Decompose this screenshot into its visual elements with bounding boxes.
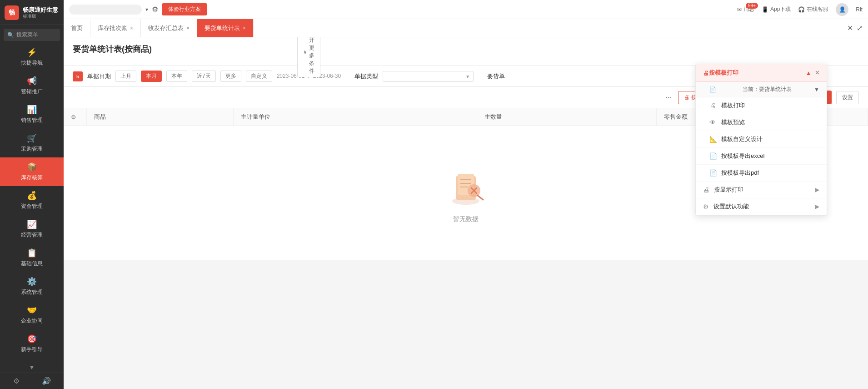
search-label: 搜索菜单 [16, 31, 38, 39]
set-default-label: 设置默认功能 [713, 202, 749, 211]
sidebar-item-marketing[interactable]: 📢 营销推广 [0, 71, 64, 100]
sidebar-item-finance[interactable]: 💰 资金管理 [0, 186, 64, 215]
newbie-icon: 🎯 [27, 334, 37, 344]
type-select[interactable] [383, 71, 474, 82]
tab-receipt-summary[interactable]: 收发存汇总表 × [141, 19, 197, 37]
window-buttons: ✕ ⤢ [842, 24, 868, 32]
col-unit: 主计量单位 [233, 108, 477, 126]
print-icon: 🖨 [684, 94, 689, 101]
date-custom-btn[interactable]: 自定义 [246, 71, 272, 82]
sidebar-item-collab[interactable]: 🤝 企业协同 [0, 301, 64, 329]
settings-btn[interactable]: 设置 [836, 91, 859, 104]
sidebar-scroll-down[interactable]: ▼ [0, 362, 64, 373]
sidebar-settings-btn[interactable]: ⚙ [13, 377, 20, 385]
expand-more-icon: ∨ [303, 49, 307, 55]
purchase-label: 采购管理 [21, 145, 43, 153]
tab-home-label: 首页 [71, 24, 83, 32]
dropdown-current-icon: 📄 [709, 86, 716, 93]
logo-text: 畅康通好生意 标准版 [23, 6, 58, 19]
sidebar-bottom: ⚙ 🔊 [0, 373, 64, 389]
dropdown-header: 🖨 按模板打印 ▲ × [696, 64, 827, 82]
action-more-btn[interactable]: ··· [664, 91, 673, 103]
template-excel-label: 按模板导出excel [721, 152, 764, 160]
sidebar-logo: 畅 畅康通好生意 标准版 [0, 0, 64, 25]
template-preview-label: 模板预览 [721, 118, 745, 126]
tab-receipt-summary-close[interactable]: × [186, 25, 190, 31]
display-print-label: 按显示打印 [714, 186, 743, 194]
dropdown-item-set-default[interactable]: ⚙ 设置默认功能 ▶ [696, 198, 827, 215]
empty-text: 暂无数据 [453, 215, 479, 223]
template-print-label: 模板打印 [721, 101, 745, 110]
template-design-label: 模板自定义设计 [721, 135, 763, 143]
operation-icon: 📈 [27, 219, 37, 229]
col-settings[interactable]: ⚙ [64, 108, 86, 126]
basic-label: 基础信息 [21, 260, 43, 268]
dropdown-current[interactable]: 📄 当前：要货单统计表 ▼ [696, 82, 827, 97]
dropdown-item-template-design[interactable]: 📐 模板自定义设计 [696, 131, 827, 148]
marketing-label: 营销推广 [21, 88, 43, 96]
dropdown-arrow-up: ▲ [806, 70, 812, 76]
dropdown-item-template-print[interactable]: 🖨 模板打印 [696, 97, 827, 114]
sidebar-item-operation[interactable]: 📈 经营管理 [0, 215, 64, 243]
newbie-label: 新手引导 [21, 346, 43, 354]
tab-order-stats[interactable]: 要货单统计表 × [197, 19, 254, 37]
date-current-month-btn[interactable]: 本月 [141, 71, 162, 82]
tab-batch-accounts[interactable]: 库存批次账 × [90, 19, 141, 37]
print-dropdown: 🖨 按模板打印 ▲ × 📄 当前：要货单统计表 ▼ 🖨 模板打印 👁 模板预览 … [695, 64, 827, 216]
topbar-dropdown[interactable]: ▾ [145, 6, 148, 13]
topbar-search-input[interactable] [69, 5, 142, 15]
dropdown-item-template-excel[interactable]: 📄 按模板导出excel [696, 148, 827, 165]
finance-label: 资金管理 [21, 202, 43, 210]
sidebar-item-quick-nav[interactable]: ⚡ 快捷导航 [0, 43, 64, 71]
dropdown-item-template-preview[interactable]: 👁 模板预览 [696, 114, 827, 131]
tab-receipt-summary-label: 收发存汇总表 [148, 24, 184, 32]
date-prev-month-btn[interactable]: 上月 [115, 71, 136, 82]
filter-expand-btn[interactable]: » [73, 71, 83, 81]
template-excel-icon: 📄 [709, 152, 717, 160]
username-label[interactable]: Rit [856, 6, 863, 13]
service-btn[interactable]: 🎧 在线客服 [798, 5, 828, 13]
sidebar-item-sales[interactable]: 📊 销售管理 [0, 100, 64, 129]
tabbar: 首页 库存批次账 × 收发存汇总表 × 要货单统计表 × ✕ ⤢ [64, 19, 868, 37]
user-avatar[interactable]: 👤 [836, 3, 848, 16]
sidebar-item-newbie[interactable]: 🎯 新手引导 [0, 329, 64, 358]
inventory-label: 库存核算 [21, 174, 43, 182]
expand-more-btn[interactable]: ∨ 展开更多条件 [297, 37, 320, 77]
app-download-btn[interactable]: 📱 App下载 [762, 5, 791, 13]
sidebar-item-purchase[interactable]: 🛒 采购管理 [0, 129, 64, 157]
message-icon: ✉ [737, 6, 742, 13]
message-btn[interactable]: ✉ 消息 99+ [737, 5, 754, 13]
date-this-year-btn[interactable]: 本年 [166, 71, 187, 82]
sidebar-search[interactable]: 🔍 搜索菜单 [4, 29, 60, 41]
tab-batch-accounts-close[interactable]: × [130, 25, 133, 31]
window-expand-btn[interactable]: ⤢ [857, 24, 863, 32]
type-select-wrapper: ▼ [383, 71, 474, 82]
tab-order-stats-close[interactable]: × [243, 25, 246, 31]
system-icon: ⚙️ [27, 277, 37, 287]
collab-label: 企业协同 [21, 317, 43, 325]
tab-home[interactable]: 首页 [64, 19, 90, 37]
page-title: 要货单统计表(按商品) [73, 44, 859, 55]
dropdown-item-template-pdf[interactable]: 📄 按模板导出pdf [696, 165, 827, 182]
sidebar-nav: ⚡ 快捷导航 📢 营销推广 📊 销售管理 🛒 采购管理 📦 库存核算 💰 资金管… [0, 43, 64, 362]
window-close-btn[interactable]: ✕ [847, 24, 853, 32]
app-subtitle: 标准版 [23, 14, 58, 19]
message-badge: 99+ [746, 3, 758, 9]
topbar-gear-icon[interactable]: ⚙ [152, 5, 158, 14]
dropdown-item-display-print[interactable]: 🖨 按显示打印 ▶ [696, 182, 827, 198]
purchase-icon: 🛒 [27, 133, 37, 143]
sidebar-item-system[interactable]: ⚙️ 系统管理 [0, 272, 64, 301]
sidebar-item-app-center[interactable]: 📱 应用中心 [0, 358, 64, 362]
tab-batch-accounts-label: 库存批次账 [98, 24, 127, 32]
date-7days-btn[interactable]: 近7天 [192, 71, 216, 82]
table-settings-icon[interactable]: ⚙ [71, 114, 76, 121]
yaohuo-filter-label: 要货单 [487, 72, 505, 81]
date-more-btn[interactable]: 更多 [220, 71, 241, 82]
type-filter-label: 单据类型 [354, 72, 378, 81]
dropdown-close-btn[interactable]: × [815, 69, 819, 77]
sidebar-audio-btn[interactable]: 🔊 [42, 377, 51, 385]
sidebar-item-inventory[interactable]: 📦 库存核算 [0, 157, 64, 186]
expand-more-label: 展开更多条件 [309, 37, 314, 75]
trial-button[interactable]: 体验行业方案 [162, 3, 207, 15]
sidebar-item-basic[interactable]: 📋 基础信息 [0, 243, 64, 272]
